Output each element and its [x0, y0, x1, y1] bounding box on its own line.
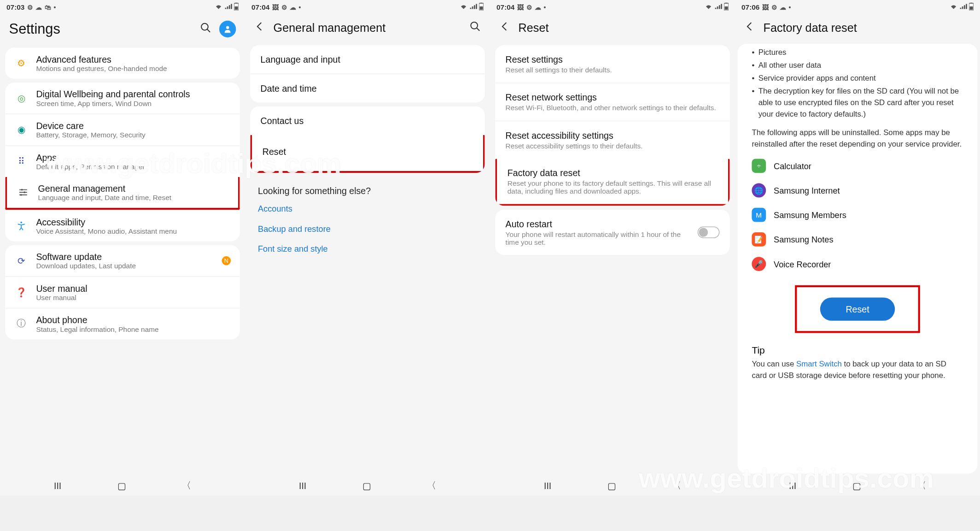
gear-icon: ⚙ [281, 4, 287, 11]
cloud-icon: ☁ [780, 4, 786, 11]
general-management-icon [16, 185, 30, 200]
item-factory-reset[interactable]: Factory data reset Reset your phone to i… [495, 159, 730, 206]
svg-rect-19 [725, 3, 727, 3]
link-font-size[interactable]: Font size and style [248, 239, 488, 259]
item-title: Advanced features [36, 54, 231, 65]
app-calculator: ÷ Calculator [752, 153, 963, 178]
back-icon[interactable] [499, 21, 511, 35]
sidebar-item-devicecare[interactable]: ◉ Device care Battery, Storage, Memory, … [5, 113, 240, 145]
svg-rect-20 [725, 6, 728, 10]
recents-button[interactable]: III [544, 481, 551, 491]
item-reset[interactable]: Reset [250, 135, 485, 173]
sidebar-item-manual[interactable]: ❓ User manual User manual [5, 276, 240, 308]
sidebar-item-wellbeing[interactable]: ◎ Digital Wellbeing and parental control… [5, 83, 240, 113]
more-icon: • [298, 4, 301, 11]
advanced-features-icon: ⚙ [14, 56, 29, 71]
image-icon: 🖼 [517, 4, 524, 11]
link-accounts[interactable]: Accounts [248, 199, 488, 218]
clock: 07:03 [6, 3, 24, 11]
wifi-icon [705, 3, 712, 11]
recents-button[interactable]: III [789, 481, 796, 491]
settings-group: Contact us Reset [250, 106, 485, 173]
tip-text: You can use Smart Switch to back up your… [740, 358, 975, 381]
reset-button[interactable]: Reset [820, 297, 895, 320]
clock: 07:06 [741, 3, 759, 11]
clock: 07:04 [496, 3, 514, 11]
item-auto-restart[interactable]: Auto restart Your phone will restart aut… [495, 210, 730, 255]
signal-icon [959, 3, 967, 11]
sidebar-item-update[interactable]: ⟳ Software update Download updates, Last… [5, 245, 240, 276]
status-bar: 07:06 🖼 ⚙ ☁ • [735, 0, 980, 14]
auto-restart-toggle[interactable] [698, 226, 720, 238]
signal-icon [469, 3, 477, 11]
recents-button[interactable]: III [54, 481, 61, 491]
signal-icon [714, 3, 722, 11]
svg-rect-15 [480, 6, 483, 10]
settings-group: Reset settings Reset all settings to the… [495, 45, 730, 206]
bag-icon: 🛍 [45, 4, 51, 11]
cloud-icon: ☁ [35, 4, 42, 11]
about-phone-icon: ⓘ [14, 317, 29, 331]
wellbeing-icon: ◎ [14, 91, 29, 105]
item-reset-settings[interactable]: Reset settings Reset all settings to the… [495, 45, 730, 83]
app-samsung-members: M Samsung Members [752, 203, 963, 227]
sidebar-item-apps[interactable]: ⠿ Apps Default apps, Permission manager [5, 145, 240, 177]
item-language-input[interactable]: Language and input [250, 45, 485, 74]
looking-for-label: Looking for something else? [248, 177, 488, 199]
home-button[interactable]: ▢ [852, 481, 861, 491]
recents-button[interactable]: III [299, 481, 306, 491]
settings-group: Auto restart Your phone will restart aut… [495, 210, 730, 255]
gear-icon: ⚙ [771, 4, 777, 11]
nav-bar: III ▢ 〈 [245, 476, 490, 496]
erase-bullets: Pictures All other user data Service pro… [740, 47, 975, 120]
apps-icon: ⠿ [14, 154, 29, 169]
page-title: General management [274, 21, 462, 35]
profile-avatar[interactable] [219, 21, 236, 37]
page-title: Settings [9, 21, 192, 37]
item-reset-accessibility[interactable]: Reset accessibility settings Reset acces… [495, 121, 730, 159]
back-button[interactable]: 〈 [917, 480, 926, 492]
accessibility-icon [14, 219, 29, 233]
svg-rect-22 [970, 3, 972, 3]
notification-badge: N [222, 256, 231, 266]
back-icon[interactable] [254, 21, 266, 35]
home-button[interactable]: ▢ [362, 481, 371, 491]
header: General management [245, 14, 490, 41]
svg-rect-1 [235, 3, 237, 3]
device-care-icon: ◉ [14, 123, 29, 137]
settings-group: ⟳ Software update Download updates, Last… [5, 245, 240, 339]
home-button[interactable]: ▢ [607, 481, 616, 491]
search-icon[interactable] [469, 21, 481, 35]
home-button[interactable]: ▢ [117, 481, 126, 491]
nav-bar: III ▢ 〈 [735, 476, 980, 496]
item-date-time[interactable]: Date and time [250, 74, 485, 103]
item-contact-us[interactable]: Contact us [250, 106, 485, 135]
more-icon: • [53, 4, 56, 11]
sidebar-item-accessibility[interactable]: Accessibility Voice Assistant, Mono audi… [5, 210, 240, 242]
sidebar-item-about[interactable]: ⓘ About phone Status, Legal information,… [5, 308, 240, 340]
back-icon[interactable] [744, 21, 756, 35]
page-title: Factory data reset [764, 21, 971, 35]
apps-list: ÷ Calculator 🌐 Samsung Internet M Samsun… [740, 150, 975, 280]
reset-screen: 07:04 🖼 ⚙ ☁ • Reset Reset settings Reset… [490, 0, 735, 496]
svg-line-4 [207, 29, 210, 32]
smart-switch-link[interactable]: Smart Switch [796, 360, 842, 369]
user-manual-icon: ❓ [14, 285, 29, 300]
clock: 07:04 [251, 3, 269, 11]
samsung-internet-icon: 🌐 [752, 183, 766, 198]
sidebar-item-advanced[interactable]: ⚙ Advanced features Motions and gestures… [5, 48, 240, 79]
nav-bar: III ▢ 〈 [0, 476, 245, 496]
sidebar-item-general[interactable]: General management Language and input, D… [5, 177, 240, 210]
settings-group: ⚙ Advanced features Motions and gestures… [5, 48, 240, 79]
search-icon[interactable] [200, 22, 211, 36]
back-button[interactable]: 〈 [672, 480, 681, 492]
item-sub: Motions and gestures, One-handed mode [36, 65, 231, 72]
link-backup-restore[interactable]: Backup and restore [248, 219, 488, 239]
uninstall-text: The following apps will be uninstalled. … [740, 126, 975, 149]
svg-rect-2 [235, 6, 238, 10]
back-button[interactable]: 〈 [427, 480, 436, 492]
image-icon: 🖼 [272, 4, 279, 11]
item-reset-network[interactable]: Reset network settings Reset Wi-Fi, Blue… [495, 83, 730, 121]
back-button[interactable]: 〈 [182, 480, 191, 492]
samsung-members-icon: M [752, 208, 766, 222]
